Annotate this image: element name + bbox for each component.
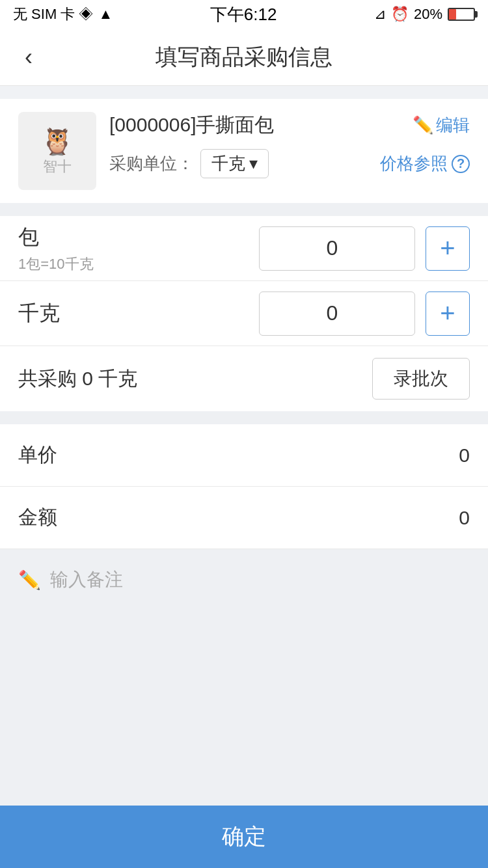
total-prefix-text: 共采购 0 千克 <box>18 368 137 389</box>
product-info: [0000006]手撕面包 ✏️ 编辑 采购单位： 千克 ▾ 价格参照 ? <box>109 112 470 178</box>
status-right: ⊿ ⏰ 20% <box>374 6 475 23</box>
confirm-button[interactable]: 确定 <box>0 806 488 868</box>
amount-value: 0 <box>459 507 470 529</box>
edit-icon: ✏️ <box>413 115 433 135</box>
bag-label-group: 包 1包=10千克 <box>18 223 94 274</box>
kg-input-row: 千克 + <box>0 281 488 346</box>
total-text: 共采购 0 千克 <box>18 366 137 392</box>
price-ref-button[interactable]: 价格参照 ? <box>380 152 470 175</box>
edit-button[interactable]: ✏️ 编辑 <box>413 114 470 137</box>
status-time: 下午6:12 <box>210 3 277 26</box>
pencil-icon: ✏️ <box>18 569 41 591</box>
battery-icon <box>448 8 475 21</box>
unit-value: 千克 <box>211 152 245 175</box>
bag-label: 包 <box>18 223 94 252</box>
amount-row: 金额 0 <box>0 487 488 549</box>
kg-input[interactable] <box>259 292 415 336</box>
owl-icon: 🦉 <box>41 126 74 157</box>
product-name: [0000006]手撕面包 <box>109 112 274 139</box>
remark-placeholder: 输入备注 <box>50 567 123 592</box>
product-card: 🦉 智十 [0000006]手撕面包 ✏️ 编辑 采购单位： 千克 ▾ 价格参照… <box>0 99 488 203</box>
amount-label: 金额 <box>18 504 57 531</box>
total-row: 共采购 0 千克 录批次 <box>0 346 488 411</box>
status-bar: 无 SIM 卡 ◈ ▲ 下午6:12 ⊿ ⏰ 20% <box>0 0 488 29</box>
remark-inner: ✏️ 输入备注 <box>18 567 470 592</box>
price-section: 单价 0 金额 0 <box>0 424 488 549</box>
bag-plus-button[interactable]: + <box>426 226 470 271</box>
bag-input-wrap: + <box>94 226 470 271</box>
kg-label: 千克 <box>18 299 83 328</box>
help-icon: ? <box>452 155 470 173</box>
kg-plus-button[interactable]: + <box>426 292 470 336</box>
product-name-row: [0000006]手撕面包 ✏️ 编辑 <box>109 112 470 139</box>
unit-select[interactable]: 千克 ▾ <box>200 149 269 178</box>
product-image: 🦉 智十 <box>18 112 96 190</box>
nav-bar: ‹ 填写商品采购信息 <box>0 29 488 86</box>
back-button[interactable]: ‹ <box>18 37 39 77</box>
unit-price-label: 单价 <box>18 442 57 468</box>
remark-section[interactable]: ✏️ 输入备注 <box>0 549 488 806</box>
wifi-icon: ▲ <box>98 6 113 23</box>
edit-label: 编辑 <box>436 114 470 137</box>
kg-input-wrap: + <box>83 292 470 336</box>
record-batch-button[interactable]: 录批次 <box>372 358 470 400</box>
unit-price-value: 0 <box>459 444 470 467</box>
input-section: 包 1包=10千克 + 千克 + 共采购 0 千克 录批次 <box>0 216 488 411</box>
price-ref-label: 价格参照 <box>380 152 448 175</box>
status-left: 无 SIM 卡 ◈ ▲ <box>13 5 113 24</box>
unit-price-row: 单价 0 <box>0 424 488 487</box>
bag-input[interactable] <box>259 226 415 271</box>
alarm-icon: ⏰ <box>391 6 409 23</box>
divider-1 <box>0 203 488 216</box>
page-title: 填写商品采购信息 <box>156 42 332 72</box>
product-unit-row: 采购单位： 千克 ▾ 价格参照 ? <box>109 149 470 178</box>
divider-2 <box>0 411 488 424</box>
battery-percent: 20% <box>414 6 442 23</box>
sim-text: 无 SIM 卡 ◈ <box>13 5 93 24</box>
bag-input-row: 包 1包=10千克 + <box>0 216 488 281</box>
location-icon: ⊿ <box>374 6 386 23</box>
product-brand: 智十 <box>43 157 72 176</box>
confirm-label: 确定 <box>222 822 266 852</box>
unit-label: 采购单位： <box>109 152 194 175</box>
kg-label-group: 千克 <box>18 299 83 328</box>
dropdown-icon: ▾ <box>249 154 258 174</box>
bag-sublabel: 1包=10千克 <box>18 254 94 274</box>
